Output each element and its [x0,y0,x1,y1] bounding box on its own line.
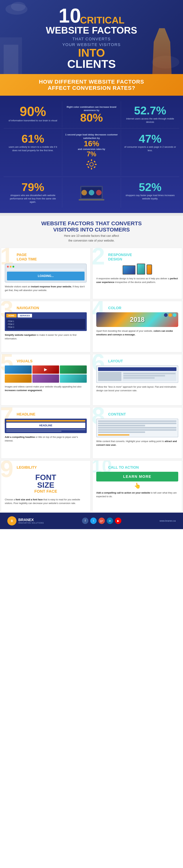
hero-website-factors: WEBSITE FACTORS [46,25,137,36]
factor-2-desc: A responsive website design is key to su… [96,277,178,284]
svg-point-14 [96,190,102,195]
factor-5-visual: ▶ [5,366,87,383]
stat-527-desc: internet users access the web through mo… [124,117,177,124]
factor-6-desc: Follow the "less is more" approach for y… [96,385,178,393]
brand-sub: INNOVATIVE SOLUTIONS [18,522,44,524]
factor-3-desc: Simplify website navigation to make it e… [5,333,87,341]
font-size-text: FONT [7,473,85,481]
learn-more-button[interactable]: LEARN MORE [96,472,178,482]
gear-icon [86,159,97,170]
svg-rect-6 [94,160,96,162]
stats-header-title: HOW DIFFERENT WEBSITE FACTORS AFFECT CON… [7,79,176,91]
nav-services-btn[interactable]: SERVICES [17,314,32,317]
stat-47: 47% of consumer expects a web page in 2 … [121,129,179,176]
twitter-icon[interactable]: t [90,518,97,524]
laptop-icon [79,184,104,201]
factor-8: 8 CONTENT Write cont [93,407,182,459]
font-size-text2: SIZE [7,481,85,489]
svg-rect-7 [87,166,89,168]
factor-3: 3 NAVIGATION HOME SERVICES ITEM 1 ITEM 2… [1,301,90,352]
stat-52b: 52% shoppers say faster page load times … [121,178,179,208]
factor-4-visual: 2018 [96,312,178,327]
factor-9-desc: Choose a font size and a font face that … [5,498,87,505]
tablet-icon [137,264,145,275]
factor-7-desc: Add a compelling headline or title on to… [5,435,87,443]
factor-4-title1: COLOR [108,306,178,310]
footer-logo: B BRANEX INNOVATIVE SOLUTIONS [7,516,44,525]
nav-item-3: ITEM 3 [8,326,84,329]
svg-rect-5 [87,160,89,162]
factor-4-desc: Apart from boosting the visual appeal of… [96,329,178,337]
factors-subtitle2: the conversion rate of your website. [11,239,172,242]
stats-row-1: 90% of information transmitted to our br… [4,101,179,127]
nav-home-btn[interactable]: HOME [6,314,17,317]
stat-52: 52.7% internet users access the web thro… [121,101,179,127]
youtube-icon[interactable]: ▶ [115,518,121,524]
factor-5: 5 VISUALS ▶ Images and videos cannot mak… [1,354,90,405]
factor-9-title1: LEGIBILITY [17,465,87,470]
factor-6-visual [96,366,178,383]
factor-2: 2 RESPONSIVE DESIGN A responsive website… [93,248,182,299]
stat-16-pct: 16% [84,140,99,148]
stat-80-note: Right color combination can increase bra… [65,105,118,112]
headline-text: HEADLINE [6,423,85,428]
loading-text: LOADING... [7,272,84,280]
factor-row-4: 7 HEADLINE HEADLINE Add a compelling hea… [0,406,183,460]
hero-that-converts: THAT CONVERTS [46,37,137,41]
stat-80-middle: Right color combination can increase bra… [62,101,121,127]
svg-rect-1 [91,159,92,161]
svg-text:B: B [11,519,13,523]
stat-middle-3 [62,178,121,208]
hero-content: 10 CRITICAL WEBSITE FACTORS THAT CONVERT… [46,5,137,70]
factors-intro: WEBSITE FACTORS THAT CONVERTS VISITORS I… [0,216,183,247]
factor-9-visual: FONT SIZE FONT FACE [5,472,87,496]
nav-item-1: ITEM 1 [8,320,84,323]
brand-logo-icon: B [7,516,16,525]
facebook-icon[interactable]: f [82,518,88,524]
linkedin-icon[interactable]: in [107,518,113,524]
stat-16-note1: 1 second page load delay decreases custo… [65,133,118,140]
factor-row-2: 3 NAVIGATION HOME SERVICES ITEM 1 ITEM 2… [0,300,183,353]
svg-point-13 [89,190,94,195]
googleplus-icon[interactable]: g+ [99,518,105,524]
hero-number: 10 [59,5,81,26]
svg-rect-4 [95,164,97,165]
factor-5-title1: VISUALS [17,359,87,363]
factor-10-visual: LEARN MORE 👆 [96,472,178,489]
hero-clients: CLIENTS [46,57,137,70]
stat-79-pct: 79% [22,181,44,193]
social-icons: f t g+ in ▶ [82,518,121,524]
factors-title-line2: VISITORS INTO CUSTOMERS [11,226,172,233]
stat-52b-pct: 52% [139,181,161,193]
factor-10: 10 CALL TO ACTION LEARN MORE 👆 Add a com… [93,460,182,512]
stat-61-desc: users are unlikely to return to a mobile… [6,145,59,152]
factor-row-3: 5 VISUALS ▶ Images and videos cannot mak… [0,353,183,406]
brand-name: BRANEX [18,518,44,522]
factor-1-title2: LOAD TIME [17,257,87,261]
gallery-item-1 [5,366,32,374]
factor-10-title1: CALL TO ACTION [108,465,178,470]
factor-2-visual [96,264,178,275]
gallery-item-6 [60,374,87,383]
factor-3-title1: NAVIGATION [17,306,87,310]
hero-section: 10 CRITICAL WEBSITE FACTORS THAT CONVERT… [0,0,183,74]
stats-row-2: 61% users are unlikely to return to a mo… [4,129,179,176]
stat-90-pct: 90% [20,105,46,118]
stat-47-pct: 47% [139,133,161,145]
factor-7-visual: HEADLINE [5,418,87,433]
factor-2-title1: RESPONSIVE [108,253,178,257]
gallery-item-3 [60,366,87,374]
factor-row-5: 9 LEGIBILITY FONT SIZE FONT FACE Choose … [0,460,183,513]
factor-4: 4 COLOR 2018 Apart from boosting the vis… [93,301,182,352]
factor-2-title2: DESIGN [108,257,178,261]
stat-79-desc: shoppers who are dissatisfied with websi… [6,194,59,204]
stat-47-desc: of consumer expects a web page in 2 seco… [124,145,177,152]
factor-1-visual: LOADING... [5,264,87,283]
gallery-item-play[interactable]: ▶ [32,366,59,374]
factor-6-title1: LAYOUT [108,359,178,363]
factor-6: 6 LAYOUT Follo [93,354,182,405]
stats-row-3: 79% shoppers who are dissatisfied with w… [4,178,179,208]
factor-1-title1: PAGE [17,253,87,257]
factor-row-1: 1 PAGE LOAD TIME LOADING... Website visi… [0,247,183,300]
stat-79: 79% shoppers who are dissatisfied with w… [4,178,62,208]
